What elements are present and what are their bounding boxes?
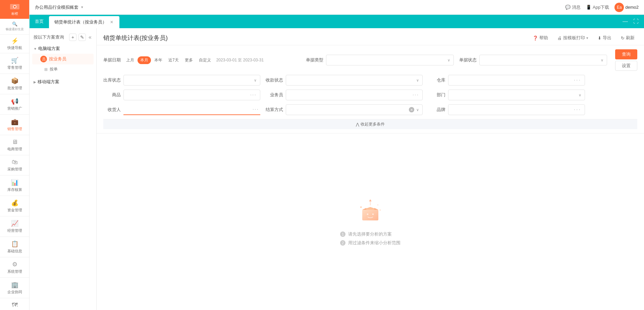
sidebar-item-basic[interactable]: 📋 基础信息 bbox=[0, 237, 29, 257]
empty-state: ✦ ✦ ✦ 1 请先选择要分析的方案 2 用过滤条件来缩小分析范围 bbox=[97, 134, 644, 310]
group-label: 电脑端方案 bbox=[38, 46, 60, 52]
user-area[interactable]: Ea demo2 bbox=[614, 3, 639, 12]
refresh-btn[interactable]: ↻ 刷新 bbox=[618, 34, 637, 42]
add-scheme-btn[interactable]: + bbox=[69, 34, 76, 41]
tab-close-btn[interactable]: ✕ bbox=[109, 19, 114, 25]
wholesale-icon: 📦 bbox=[11, 77, 18, 85]
tab-sales-stats[interactable]: 销货单统计表（按业务员） ✕ bbox=[49, 16, 119, 28]
marketing-label: 营销推广 bbox=[7, 106, 22, 111]
salesperson-dots: ··· bbox=[413, 92, 419, 98]
out-status-chevron: ∨ bbox=[254, 78, 257, 83]
purchase-label: 采购管理 bbox=[7, 167, 22, 172]
sidebar-item-marketing[interactable]: 📢 营销推广 bbox=[0, 94, 29, 115]
print-chevron: ▾ bbox=[586, 36, 588, 40]
sidebar-item-system[interactable]: ⚙ 系统管理 bbox=[0, 257, 29, 278]
scheme-group-desktop-header[interactable]: ▼ 电脑端方案 bbox=[32, 44, 94, 54]
template-print-btn[interactable]: 🖨 按模板打印 ▾ bbox=[555, 34, 591, 42]
guide-icon: 🗺 bbox=[12, 302, 18, 309]
mobile-scheme-header[interactable]: ▶ 移动端方案 bbox=[32, 77, 94, 87]
operation-icon: 📈 bbox=[11, 220, 18, 227]
date-tab-this-month[interactable]: 本月 bbox=[138, 56, 151, 64]
recipient-label: 收货人 bbox=[103, 107, 121, 113]
operation-label: 经营管理 bbox=[7, 228, 22, 233]
doc-status-control[interactable]: ∨ bbox=[479, 55, 607, 65]
svg-text:✦: ✦ bbox=[379, 209, 381, 212]
search-menu[interactable]: 🔍 畅捷通好生意 bbox=[0, 19, 29, 35]
tip-text-2: 用过滤条件来缩小分析范围 bbox=[348, 240, 400, 246]
group-arrow: ▼ bbox=[34, 47, 37, 51]
quick-nav[interactable]: ⚡ 快捷导航 bbox=[0, 35, 29, 53]
sidebar-item-purchase[interactable]: 🛍 采购管理 bbox=[0, 155, 29, 175]
scheme-item-salesperson[interactable]: 员 按业务员 bbox=[32, 54, 94, 64]
scheme-group-desktop: ▼ 电脑端方案 员 按业务员 ⊞ 按单 bbox=[32, 44, 94, 74]
brand-control[interactable]: ··· bbox=[448, 104, 585, 115]
search-icon: 🔍 bbox=[12, 21, 17, 27]
tab-maximize-btn[interactable]: ⛶ bbox=[632, 17, 640, 26]
svg-marker-5 bbox=[362, 208, 366, 210]
recipient-control[interactable]: ··· bbox=[123, 104, 260, 115]
warehouse-control[interactable]: ··· bbox=[448, 75, 585, 86]
sidebar-item-capital[interactable]: 💰 资金管理 bbox=[0, 196, 29, 216]
salesperson-label: 业务员 bbox=[266, 92, 283, 98]
payment-status-control[interactable]: ∨ bbox=[286, 75, 423, 86]
home-label: 首页 bbox=[35, 18, 44, 24]
sidebar: 标橙 🔍 畅捷通好生意 ⚡ 快捷导航 🛒 零售管理 📦 批发管理 📢 营销推广 … bbox=[0, 0, 30, 310]
filter-row-4: 收货人 ··· 结算方式 ✕ ∨ bbox=[103, 104, 637, 115]
sidebar-item-ecommerce[interactable]: 🖥 电商管理 bbox=[0, 135, 29, 155]
product-label: 商品 bbox=[103, 92, 121, 98]
date-tab-this-year[interactable]: 本年 bbox=[152, 56, 165, 64]
help-btn[interactable]: ❓ 帮助 bbox=[530, 34, 551, 42]
sidebar-item-operation[interactable]: 📈 经营管理 bbox=[0, 216, 29, 237]
doc-status-label: 单据状态 bbox=[459, 57, 477, 63]
edit-scheme-btn[interactable]: ✎ bbox=[78, 34, 86, 41]
department-control[interactable]: ∨ bbox=[448, 90, 585, 100]
query-button[interactable]: 查询 bbox=[615, 49, 637, 59]
message-btn[interactable]: 💬 消息 bbox=[565, 4, 581, 10]
date-tab-7days[interactable]: 近7天 bbox=[166, 56, 181, 64]
filter-payment-status: 收款状态 ∨ bbox=[266, 75, 423, 86]
sidebar-item-sales[interactable]: 💼 销售管理 bbox=[0, 115, 29, 135]
filter-settlement: 结算方式 ✕ ∨ bbox=[266, 104, 423, 115]
settings-button[interactable]: 设置 bbox=[615, 61, 637, 71]
left-panel: 按以下方案查询 + ✎ « ▼ 电脑端方案 员 按业务员 bbox=[30, 28, 97, 310]
out-status-control[interactable]: ∨ bbox=[123, 75, 260, 86]
empty-tip-1: 1 请先选择要分析的方案 bbox=[340, 231, 400, 237]
sub-icon: ⊞ bbox=[44, 67, 48, 72]
logo-text: 标橙 bbox=[11, 11, 18, 16]
filter-action-btns: 查询 设置 bbox=[615, 49, 637, 71]
scheme-subitem-order[interactable]: ⊞ 按单 bbox=[32, 64, 94, 74]
tab-minimize-btn[interactable]: — bbox=[621, 17, 629, 26]
collapse-filter-btn[interactable]: ⋀ 收起更多条件 bbox=[103, 119, 637, 129]
collapse-panel-btn[interactable]: « bbox=[88, 34, 92, 41]
tab-home[interactable]: 首页 bbox=[30, 15, 49, 28]
brand-dots: ··· bbox=[574, 107, 581, 113]
export-btn[interactable]: ⬇ 导出 bbox=[595, 34, 614, 42]
company-title: 办公用品行业模拟账套 bbox=[35, 4, 78, 10]
filter-brand: 品牌 ··· bbox=[428, 104, 585, 115]
company-chevron[interactable]: ▾ bbox=[81, 5, 83, 9]
sidebar-item-wholesale[interactable]: 📦 批发管理 bbox=[0, 74, 29, 94]
date-tab-more[interactable]: 更多 bbox=[182, 56, 196, 64]
left-panel-header: 按以下方案查询 + ✎ « bbox=[30, 32, 96, 44]
doc-type-chevron: ∨ bbox=[447, 58, 450, 62]
svg-text:✦: ✦ bbox=[377, 204, 379, 206]
salesperson-control[interactable]: ··· bbox=[286, 90, 423, 100]
date-tab-last-month[interactable]: 上月 bbox=[123, 56, 137, 64]
sidebar-item-enterprise[interactable]: 🏢 企业协同 bbox=[0, 278, 29, 298]
date-tab-custom[interactable]: 自定义 bbox=[196, 56, 214, 64]
settlement-control[interactable]: ✕ ∨ bbox=[286, 104, 423, 115]
product-control[interactable]: ··· bbox=[123, 90, 260, 100]
filter-product: 商品 ··· bbox=[103, 90, 260, 100]
settlement-clear-btn[interactable]: ✕ bbox=[409, 107, 414, 112]
nav-icon: ⚡ bbox=[11, 37, 18, 45]
app-download-btn[interactable]: 📱 App下载 bbox=[586, 4, 609, 10]
sidebar-item-guide[interactable]: 🗺 新手引导 bbox=[0, 298, 29, 310]
export-icon: ⬇ bbox=[598, 36, 601, 41]
doc-type-control[interactable]: ∨ bbox=[326, 55, 454, 65]
sidebar-item-inventory[interactable]: 📊 库存核算 bbox=[0, 175, 29, 196]
collapse-label: 收起更多条件 bbox=[361, 121, 385, 127]
sidebar-item-retail[interactable]: 🛒 零售管理 bbox=[0, 53, 29, 74]
out-status-label: 出库状态 bbox=[103, 77, 121, 83]
page-title: 销货单统计表(按业务员) bbox=[103, 34, 168, 42]
print-label: 按模板打印 bbox=[563, 35, 585, 41]
